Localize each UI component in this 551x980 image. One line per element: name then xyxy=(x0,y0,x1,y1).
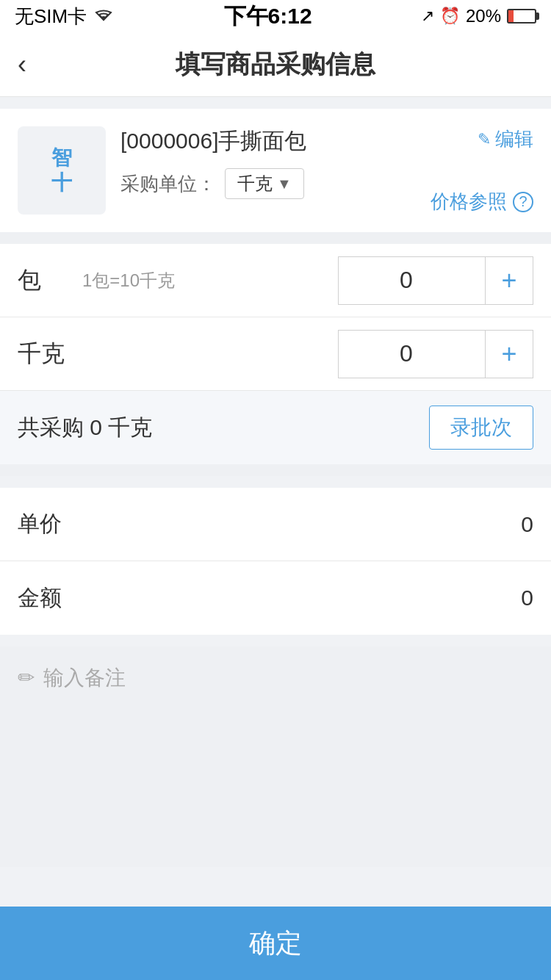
status-left: 无SIM卡 xyxy=(15,4,115,29)
main-content: 智 十 [0000006]手撕面包 采购单位： 千克 ▼ ✎ 编辑 价格参照 ? xyxy=(0,97,551,980)
section-divider-2 xyxy=(0,464,551,476)
status-bar: 无SIM卡 下午6:12 ↗ ⏰ 20% xyxy=(0,0,551,32)
notes-section[interactable]: ✏ 输入备注 xyxy=(0,646,551,867)
product-logo-line2: 十 xyxy=(51,170,72,195)
help-icon: ? xyxy=(513,192,533,212)
total-label: 共采购 0 千克 xyxy=(18,413,152,443)
amount-label: 金额 xyxy=(18,583,62,613)
price-value: 0 xyxy=(521,512,533,537)
edit-icon: ✎ xyxy=(478,130,491,149)
wifi-icon xyxy=(93,5,115,28)
product-logo-line1: 智 xyxy=(51,145,72,170)
location-icon: ↗ xyxy=(421,7,434,26)
price-row: 单价 0 xyxy=(0,488,551,561)
price-ref-label: 价格参照 xyxy=(431,189,507,215)
kg-label: 千克 xyxy=(18,338,76,370)
record-batch-button[interactable]: 录批次 xyxy=(429,406,533,450)
time-display: 下午6:12 xyxy=(224,1,312,32)
unit-value: 千克 xyxy=(237,172,273,195)
amount-row: 金额 0 xyxy=(0,561,551,635)
kg-qty-input[interactable] xyxy=(338,330,485,378)
notes-placeholder: 输入备注 xyxy=(43,664,126,692)
back-button[interactable]: ‹ xyxy=(18,49,26,80)
chevron-down-icon: ▼ xyxy=(277,176,292,192)
confirm-button[interactable]: 确定 xyxy=(0,907,551,980)
amount-value: 0 xyxy=(521,586,533,610)
price-ref-button[interactable]: 价格参照 ? xyxy=(431,189,533,215)
bao-label: 包 xyxy=(18,264,76,297)
battery-pct: 20% xyxy=(466,6,501,26)
input-section: 包 1包=10千克 + 千克 + xyxy=(0,244,551,391)
unit-label-text: 采购单位： xyxy=(120,171,216,197)
bao-input-row: 包 1包=10千克 + xyxy=(0,244,551,317)
battery-icon xyxy=(507,9,536,24)
price-label: 单价 xyxy=(18,509,62,539)
unit-dropdown[interactable]: 千克 ▼ xyxy=(225,168,304,199)
product-card: 智 十 [0000006]手撕面包 采购单位： 千克 ▼ ✎ 编辑 价格参照 ? xyxy=(0,109,551,232)
detail-section: 单价 0 金额 0 xyxy=(0,488,551,635)
total-row: 共采购 0 千克 录批次 xyxy=(0,391,551,464)
edit-link[interactable]: ✎ 编辑 xyxy=(478,126,533,152)
kg-plus-button[interactable]: + xyxy=(485,330,533,378)
bao-qty-input[interactable] xyxy=(338,256,485,305)
carrier-label: 无SIM卡 xyxy=(15,4,87,29)
section-divider-1 xyxy=(0,232,551,244)
bao-sublabel: 1包=10千克 xyxy=(82,269,175,292)
kg-input-row: 千克 + xyxy=(0,317,551,391)
nav-bar: ‹ 填写商品采购信息 xyxy=(0,32,551,97)
bao-qty-wrap: + xyxy=(338,256,533,305)
plus-icon-2: + xyxy=(501,339,516,370)
page-title: 填写商品采购信息 xyxy=(176,48,375,82)
plus-icon: + xyxy=(501,265,516,296)
pencil-icon: ✏ xyxy=(18,666,35,690)
product-name: [0000006]手撕面包 xyxy=(120,126,533,156)
alarm-icon: ⏰ xyxy=(440,7,460,26)
product-image: 智 十 xyxy=(18,126,106,215)
kg-qty-wrap: + xyxy=(338,330,533,378)
bao-plus-button[interactable]: + xyxy=(485,256,533,305)
status-right: ↗ ⏰ 20% xyxy=(421,6,536,26)
